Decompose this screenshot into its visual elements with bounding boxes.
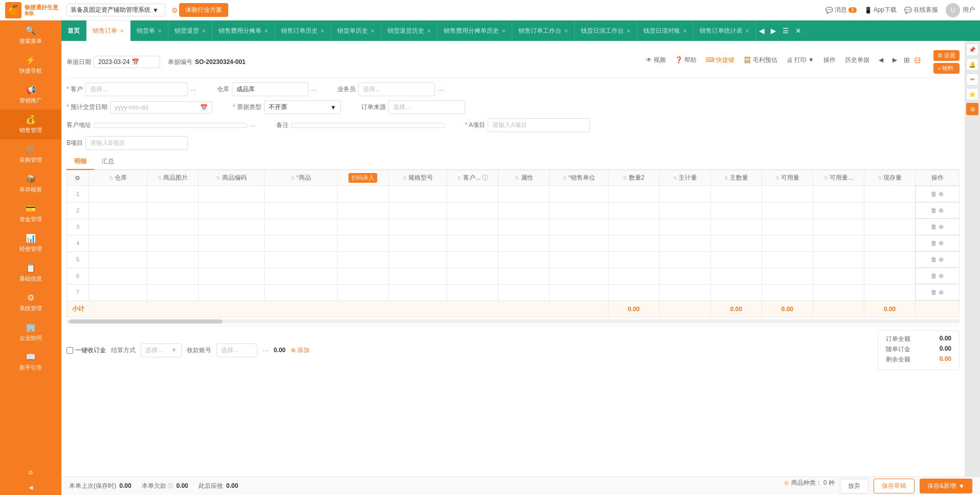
close-sales-return-tab-icon[interactable]: ✕: [158, 28, 162, 34]
salesperson-input[interactable]: 选择...: [358, 82, 435, 96]
industry-solution-button[interactable]: 体验行业方案: [179, 3, 228, 17]
scrollbar-thumb[interactable]: [69, 319, 223, 324]
close-sales-fee-tab-icon[interactable]: ✕: [264, 28, 268, 34]
delivery-date-input[interactable]: yyyy-mm-dd 📅: [110, 101, 212, 114]
a-project-input[interactable]: 请输入A项目: [488, 118, 590, 132]
online-support-link[interactable]: 💬 在线客服: [904, 6, 938, 14]
user-avatar[interactable]: U 用户: [946, 3, 975, 17]
row-4-delete-icon[interactable]: 🗑: [931, 240, 937, 247]
tab-summary[interactable]: 汇总: [94, 154, 122, 170]
invoice-type-select[interactable]: 不开票 ▼: [264, 100, 341, 114]
sidebar-item-basic-info[interactable]: 📋 基础信息: [0, 258, 61, 288]
close-return-goods-tab-icon[interactable]: ✕: [202, 28, 206, 34]
row-1-customer-code[interactable]: [447, 186, 498, 203]
scan-input-button[interactable]: 扫码录入: [349, 173, 377, 183]
right-panel-pin-button[interactable]: 📌: [966, 44, 978, 56]
row-1-product-img[interactable]: [147, 186, 199, 203]
tab-return-goods[interactable]: 销货退货 ✕: [168, 20, 212, 41]
view-btn[interactable]: 👁 视频: [643, 55, 668, 66]
close-sales-order-history-tab-icon[interactable]: ✕: [320, 28, 324, 34]
tab-nav-expand-button[interactable]: ☰: [779, 27, 792, 35]
tab-sales-order-history[interactable]: 销售订单历史 ✕: [275, 20, 331, 41]
row-4-copy-icon[interactable]: ⊕: [939, 240, 944, 247]
row-1-warehouse[interactable]: [89, 186, 147, 203]
row-2-delete-icon[interactable]: 🗑: [931, 207, 937, 214]
row-2-product-code[interactable]: [199, 202, 265, 219]
message-center[interactable]: 💬 消息 9: [825, 6, 857, 14]
row-2-product-img[interactable]: [147, 202, 199, 219]
remark-input[interactable]: [291, 123, 445, 128]
sidebar-collapse-button[interactable]: ◀: [0, 480, 61, 495]
row-1-copy-icon[interactable]: ⊕: [939, 190, 944, 198]
tab-nav-next-button[interactable]: ▶: [768, 27, 779, 35]
col-settings[interactable]: ⚙: [67, 170, 89, 186]
nav-next-icon[interactable]: ▶: [890, 55, 900, 64]
salesperson-more-icon[interactable]: ···: [438, 85, 444, 94]
sidebar-item-guide[interactable]: 📖 新手引导: [0, 347, 61, 377]
tab-sales-order[interactable]: 销售订单 ✕: [86, 20, 130, 41]
row-1-unit[interactable]: [550, 186, 608, 203]
nav-prev-icon[interactable]: ◀: [876, 55, 886, 64]
tab-sales-summary[interactable]: 销售订单统计表 ✕: [693, 20, 756, 41]
profit-btn[interactable]: 🧮 毛利预估: [741, 55, 780, 66]
close-sales-return-history-tab-icon[interactable]: ✕: [371, 28, 375, 34]
account-input[interactable]: 选择...: [216, 343, 257, 357]
tab-home[interactable]: 首页: [61, 20, 86, 41]
close-cash-reconcile-tab-icon[interactable]: ✕: [683, 28, 687, 34]
sidebar-item-operation[interactable]: 📊 经营管理: [0, 228, 61, 258]
sidebar-item-purchase[interactable]: 🛒 采购管理: [0, 139, 61, 169]
account-more-icon[interactable]: ···: [263, 346, 269, 354]
row-3-copy-icon[interactable]: ⊕: [939, 223, 944, 230]
help-btn[interactable]: ❓ 帮助: [672, 55, 699, 66]
row-3-delete-icon[interactable]: 🗑: [931, 223, 937, 230]
tab-cash-reconcile[interactable]: 钱货日清对账 ✕: [637, 20, 693, 41]
close-cash-daily-tab-icon[interactable]: ✕: [626, 28, 630, 34]
grid-view-icon[interactable]: ⊞: [904, 56, 910, 64]
row-2-warehouse[interactable]: [89, 202, 147, 219]
right-panel-notify-button[interactable]: 🔔: [966, 58, 978, 71]
row-6-copy-icon[interactable]: ⊕: [939, 272, 944, 279]
row-5-delete-icon[interactable]: 🗑: [931, 256, 937, 263]
history-btn[interactable]: 历史单据: [842, 55, 872, 66]
customer-input[interactable]: 选择...: [85, 82, 188, 96]
customer-more-icon[interactable]: ···: [190, 85, 197, 94]
tab-sales-return-history[interactable]: 销货单历史 ✕: [331, 20, 381, 41]
tab-close-all-button[interactable]: ✕: [792, 27, 804, 35]
tab-return-history[interactable]: 销货退货历史 ✕: [381, 20, 438, 41]
b-project-input[interactable]: 请输入B项目: [85, 136, 188, 150]
tab-sales-return[interactable]: 销货单 ✕: [130, 20, 168, 41]
date-input[interactable]: 2023-03-24 📅: [94, 56, 160, 68]
expand-icon[interactable]: ⊟: [914, 55, 921, 65]
close-sales-summary-tab-icon[interactable]: ✕: [745, 28, 749, 34]
close-sales-order-tab-icon[interactable]: ✕: [120, 28, 124, 34]
row-2-product[interactable]: [264, 202, 337, 219]
print-btn[interactable]: 🖨 打印 ▼: [784, 55, 817, 66]
row-6-delete-icon[interactable]: 🗑: [931, 272, 937, 279]
right-panel-custom-button[interactable]: ⊞: [966, 103, 978, 115]
sidebar-item-inventory[interactable]: 📦 库存核算: [0, 169, 61, 199]
system-selector[interactable]: 装备及固定资产辅助管理系统 ▼: [66, 4, 165, 16]
row-1-delete-icon[interactable]: 🗑: [931, 190, 937, 198]
warehouse-input[interactable]: 成品库: [232, 82, 309, 96]
sidebar-item-system[interactable]: ⚙ 系统管理: [0, 288, 61, 317]
row-7-copy-icon[interactable]: ⊕: [939, 289, 944, 296]
quick-order-checkbox-label[interactable]: 一键收订金: [67, 346, 106, 355]
warehouse-more-icon[interactable]: ···: [311, 85, 317, 94]
sidebar-item-sales[interactable]: 💰 销售管理: [0, 110, 61, 139]
sidebar-settings-button[interactable]: ⚙: [0, 465, 61, 480]
sidebar-item-quick-nav[interactable]: ⚡ 快捷导航: [0, 50, 61, 80]
save-new-button[interactable]: 保存&新增 ▼: [920, 479, 972, 493]
settings-gear-icon[interactable]: ⚙: [170, 5, 179, 15]
row-1-product-code[interactable]: [199, 186, 265, 203]
row-2-copy-icon[interactable]: ⊕: [939, 207, 944, 214]
right-panel-edit-button[interactable]: ✏: [966, 73, 978, 85]
tab-sales-fee[interactable]: 销售费用分摊单 ✕: [212, 20, 275, 41]
row-1-spec[interactable]: [388, 186, 447, 203]
address-input[interactable]: [94, 123, 247, 128]
add-goods-button[interactable]: + 物料: [933, 63, 960, 74]
right-panel-star-button[interactable]: ⭐: [966, 88, 978, 100]
row-1-qty2[interactable]: [608, 186, 659, 203]
row-7-delete-icon[interactable]: 🗑: [931, 289, 937, 296]
save-draft-button[interactable]: 保存草稿: [874, 479, 914, 493]
tab-nav-prev-button[interactable]: ◀: [756, 27, 768, 35]
